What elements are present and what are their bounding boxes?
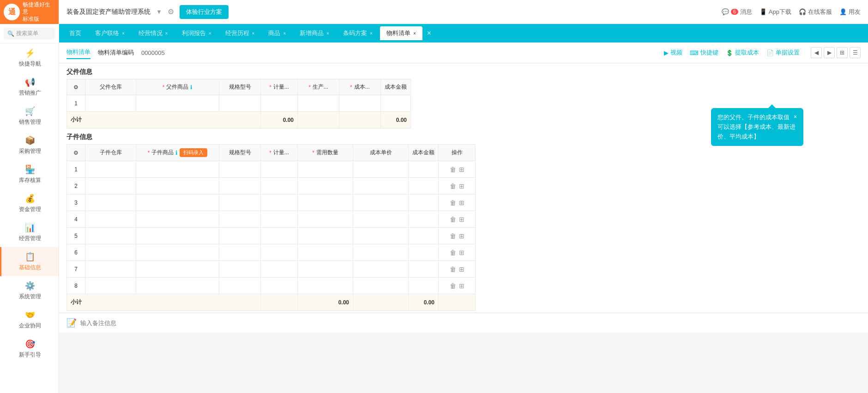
- delete-icon-6[interactable]: 🗑: [450, 249, 456, 256]
- child-row-7-warehouse[interactable]: [85, 261, 136, 278]
- copy-icon-8[interactable]: ⊞: [459, 282, 464, 290]
- parent-row-1-cost[interactable]: [339, 95, 381, 112]
- tooltip-close-btn[interactable]: ×: [794, 113, 797, 121]
- child-row-1-warehouse[interactable]: [85, 161, 136, 178]
- child-row-1-spec[interactable]: [219, 161, 261, 178]
- sidebar-item-guide[interactable]: 🎯 新手引导: [0, 334, 59, 363]
- dropdown-arrow-icon[interactable]: ▼: [156, 8, 162, 15]
- app-download-area[interactable]: 📱 App下载: [760, 8, 791, 16]
- copy-icon-5[interactable]: ⊞: [459, 232, 464, 240]
- expand-btn[interactable]: ⊞: [837, 47, 848, 58]
- sidebar-item-basic-info[interactable]: 📋 基础信息: [0, 247, 59, 276]
- tab-bom-close[interactable]: ×: [413, 31, 416, 36]
- tab-barcode-close[interactable]: ×: [370, 31, 373, 36]
- child-row-7-product[interactable]: [136, 261, 219, 278]
- child-row-5-warehouse[interactable]: [85, 228, 136, 244]
- child-row-8-spec[interactable]: [219, 278, 261, 294]
- child-row-7-unit[interactable]: [261, 261, 298, 278]
- sidebar-item-inventory[interactable]: 🏪 库存核算: [0, 160, 59, 189]
- sidebar-item-sales[interactable]: 🛒 销售管理: [0, 102, 59, 131]
- child-row-3-unit[interactable]: [261, 194, 298, 211]
- child-row-2-warehouse[interactable]: [85, 178, 136, 194]
- child-row-4-product[interactable]: [136, 211, 219, 228]
- sidebar-item-quick-nav[interactable]: ⚡ 快捷导航: [0, 43, 59, 73]
- tab-history[interactable]: 经营历程 ×: [219, 26, 261, 40]
- sidebar-item-purchase[interactable]: 📦 采购管理: [0, 131, 59, 160]
- action-shortcut[interactable]: ⌨ 快捷键: [690, 48, 718, 57]
- action-extract-cost[interactable]: 💲 提取成本: [726, 48, 759, 57]
- tab-home[interactable]: 首页: [63, 26, 88, 40]
- sidebar-search[interactable]: 🔍 搜索菜单: [0, 24, 59, 43]
- parent-row-1-spec[interactable]: [219, 95, 261, 112]
- child-row-5-spec[interactable]: [219, 228, 261, 244]
- copy-icon-7[interactable]: ⊞: [459, 266, 464, 273]
- tab-operations-close[interactable]: ×: [165, 31, 168, 36]
- child-row-2-spec[interactable]: [219, 178, 261, 194]
- child-row-5-qty[interactable]: [298, 228, 353, 244]
- child-row-5-product[interactable]: [136, 228, 219, 244]
- child-row-4-qty[interactable]: [298, 211, 353, 228]
- child-row-1-product[interactable]: [136, 161, 219, 178]
- trial-button[interactable]: 体验行业方案: [180, 5, 229, 19]
- child-row-6-unitcost[interactable]: [353, 244, 409, 261]
- child-row-7-unitcost[interactable]: [353, 261, 409, 278]
- settings-gear-icon[interactable]: ⚙: [168, 7, 174, 16]
- child-row-4-unitcost[interactable]: [353, 211, 409, 228]
- sidebar-item-marketing[interactable]: 📢 营销推广: [0, 73, 59, 102]
- action-single-settings[interactable]: 📄 单据设置: [766, 48, 800, 57]
- parent-row-1-produce[interactable]: [298, 95, 339, 112]
- child-row-2-product[interactable]: [136, 178, 219, 194]
- tab-customer[interactable]: 客户联络 ×: [89, 26, 131, 40]
- list-view-btn[interactable]: ☰: [850, 47, 861, 58]
- tab-barcode[interactable]: 条码方案 ×: [337, 26, 379, 40]
- child-row-7-qty[interactable]: [298, 261, 353, 278]
- child-row-6-warehouse[interactable]: [85, 244, 136, 261]
- delete-icon-3[interactable]: 🗑: [450, 199, 456, 206]
- child-row-5-unit[interactable]: [261, 228, 298, 244]
- sidebar-item-operations[interactable]: 📊 经营管理: [0, 218, 59, 247]
- tab-bom[interactable]: 物料清单 ×: [380, 26, 422, 40]
- child-row-2-qty[interactable]: [298, 178, 353, 194]
- copy-icon-3[interactable]: ⊞: [459, 199, 464, 206]
- tab-customer-close[interactable]: ×: [122, 31, 125, 36]
- child-row-6-unit[interactable]: [261, 244, 298, 261]
- tab-products[interactable]: 商品 ×: [262, 26, 292, 40]
- delete-icon-4[interactable]: 🗑: [450, 216, 456, 223]
- child-row-2-unit[interactable]: [261, 178, 298, 194]
- delete-icon-2[interactable]: 🗑: [450, 182, 456, 190]
- sidebar-item-system[interactable]: ⚙️ 系统管理: [0, 276, 59, 305]
- child-row-8-qty[interactable]: [298, 278, 353, 294]
- tab-close-all[interactable]: ×: [427, 29, 431, 37]
- tab-history-close[interactable]: ×: [252, 31, 255, 36]
- child-row-6-spec[interactable]: [219, 244, 261, 261]
- delete-icon-7[interactable]: 🗑: [450, 266, 456, 273]
- scan-button[interactable]: 扫码录入: [180, 148, 207, 157]
- delete-icon-1[interactable]: 🗑: [450, 166, 456, 173]
- child-row-1-unitcost[interactable]: [353, 161, 409, 178]
- nav-prev-btn[interactable]: ◀: [811, 47, 822, 58]
- subnav-bom-list[interactable]: 物料清单: [66, 46, 90, 59]
- online-service-area[interactable]: 🎧 在线客服: [799, 8, 832, 16]
- child-row-8-warehouse[interactable]: [85, 278, 136, 294]
- child-row-6-product[interactable]: [136, 244, 219, 261]
- copy-icon-2[interactable]: ⊞: [459, 182, 464, 190]
- user-area[interactable]: 👤 用友: [839, 8, 861, 16]
- child-row-7-spec[interactable]: [219, 261, 261, 278]
- tab-profit[interactable]: 利润报告 ×: [175, 26, 218, 40]
- delete-icon-8[interactable]: 🗑: [450, 282, 456, 290]
- child-row-6-qty[interactable]: [298, 244, 353, 261]
- tab-new-product-close[interactable]: ×: [326, 31, 329, 36]
- child-row-8-product[interactable]: [136, 278, 219, 294]
- child-row-4-warehouse[interactable]: [85, 211, 136, 228]
- tab-operations[interactable]: 经营情况 ×: [132, 26, 175, 40]
- child-row-5-unitcost[interactable]: [353, 228, 409, 244]
- child-row-1-unit[interactable]: [261, 161, 298, 178]
- tab-new-product[interactable]: 新增商品 ×: [293, 26, 336, 40]
- child-row-3-qty[interactable]: [298, 194, 353, 211]
- child-row-3-product[interactable]: [136, 194, 219, 211]
- subnav-bom-code[interactable]: 物料清单编码: [98, 47, 134, 59]
- child-row-8-unit[interactable]: [261, 278, 298, 294]
- child-row-8-unitcost[interactable]: [353, 278, 409, 294]
- child-row-2-unitcost[interactable]: [353, 178, 409, 194]
- parent-row-1-product[interactable]: [136, 95, 219, 112]
